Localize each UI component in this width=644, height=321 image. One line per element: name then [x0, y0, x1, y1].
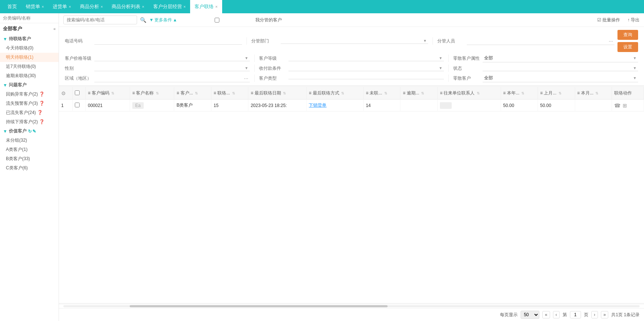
filter-payment: 收付款条件 ▼	[259, 65, 444, 72]
th-overdue: ≡ 逾期... ⇅	[400, 87, 438, 100]
phone-input[interactable]	[94, 38, 242, 45]
td-no: 1	[59, 100, 72, 111]
column-settings-icon[interactable]: ⚙	[61, 90, 66, 96]
value-edit-icon[interactable]: ✎	[32, 129, 36, 134]
nav-close-product-analysis[interactable]: ×	[101, 4, 103, 9]
my-customer-checkbox[interactable]: 我分管的客户	[180, 17, 282, 23]
contact-count-sort-icon: ⇅	[232, 91, 235, 95]
search-button[interactable]: 🔍	[140, 17, 146, 23]
export-btn[interactable]: ↑ 导出	[627, 17, 640, 23]
area-ellipsis-icon[interactable]: ···	[244, 75, 248, 81]
payment-select[interactable]: ▼	[288, 65, 444, 71]
sidebar-item-churned[interactable]: 已流失客户(24) ❓	[0, 108, 59, 117]
sidebar-item-overdue-contact[interactable]: 逾期未联络(30)	[0, 71, 59, 80]
td-this-month	[575, 100, 612, 111]
page-size-select[interactable]: 50 100 200	[521, 311, 539, 319]
th-last-month: ≡ 上月... ⇅	[538, 87, 575, 100]
status-select[interactable]: ▼	[483, 65, 638, 71]
sidebar-item-c-class[interactable]: C类客户(6)	[0, 163, 59, 173]
content-area: 🔍 ▼ 更多条件 ▲ 我分管的客户 ☑ 批量操作 ↑ 导出	[59, 13, 644, 321]
sidebar-search-area: 🔍	[0, 13, 59, 23]
td-type: B类客户	[174, 100, 211, 111]
select-all-checkbox[interactable]	[75, 90, 80, 95]
nav-product-analysis[interactable]: 商品分析 ×	[76, 0, 107, 13]
price-grade-select[interactable]: ▼	[94, 55, 250, 61]
nav-close-customer-segment[interactable]: ×	[183, 4, 186, 9]
nav-home[interactable]: 首页	[3, 0, 21, 13]
td-name: Ea	[130, 100, 174, 111]
retail-customer-arrow: ▼	[633, 76, 637, 80]
td-action: ☎ ⊞	[612, 100, 644, 111]
horizontal-scrollbar[interactable]	[59, 304, 644, 308]
td-no-contact: 14	[363, 100, 400, 111]
search-input[interactable]	[63, 15, 137, 24]
th-checkbox	[72, 87, 85, 100]
sidebar-item-ungrouped[interactable]: 未分组(32)	[0, 136, 59, 145]
nav-close-product-analysis-list[interactable]: ×	[142, 4, 144, 9]
sidebar-item-tomorrow-contact[interactable]: 明天待联络(1)	[0, 53, 59, 62]
customer-table: ⚙ ≡ 客户编码 ⇅ ≡ 客户名称 ⇅	[59, 87, 644, 111]
filter-gender: 性别 ▼	[65, 65, 250, 72]
td-last-way: 下销货单	[307, 100, 364, 111]
nav-product-analysis-list[interactable]: 商品分析列表 ×	[107, 0, 148, 13]
action-phone-icon[interactable]: ☎	[614, 103, 620, 108]
sidebar-search-input[interactable]	[3, 15, 58, 21]
manager-ellipsis-icon[interactable]: ···	[609, 38, 613, 44]
area-select[interactable]: ···	[94, 75, 250, 82]
sidebar-item-repurchase-abnormal[interactable]: 回购异常客户(2) ❓	[0, 90, 59, 99]
customer-grade-select[interactable]: ▼	[288, 55, 444, 61]
last-page-button[interactable]: »	[601, 311, 609, 318]
filter-area: 区域（地区） ···	[65, 75, 250, 82]
sidebar-item-7day-contact[interactable]: 近7天待联络(0)	[0, 62, 59, 71]
customer-type-select[interactable]	[288, 77, 444, 79]
filter-price-grade: 客户价格等级 ▼	[65, 55, 250, 62]
dept-select[interactable]: ▼	[281, 38, 428, 44]
scroll-thumb[interactable]	[130, 305, 388, 307]
page-number-input[interactable]	[570, 311, 581, 318]
gender-select[interactable]: ▼	[94, 65, 250, 71]
first-page-button[interactable]: «	[542, 311, 550, 318]
th-last-date: ≡ 最后联络日期 ⇅	[248, 87, 307, 100]
value-refresh-icon[interactable]: ↻	[28, 129, 32, 134]
td-overdue	[400, 100, 438, 111]
sidebar-item-churn-warning[interactable]: 流失预警客户(3) ❓	[0, 99, 59, 108]
td-last-month: 50.00	[538, 100, 575, 111]
filter-action-buttons: 查询 设置	[617, 30, 638, 52]
th-gear: ⚙	[59, 87, 72, 100]
retail-customer-select[interactable]: 全部 ▼	[483, 74, 638, 82]
set-button[interactable]: 设置	[617, 42, 638, 52]
nav-customer-segment[interactable]: 客户分层经营 ×	[149, 0, 190, 13]
sidebar-item-b-class[interactable]: B类客户(33)	[0, 154, 59, 163]
batch-op-btn[interactable]: ☑ 批量操作	[597, 17, 620, 23]
retail-attr-select[interactable]: 全部 ▼	[483, 54, 638, 62]
action-grid-icon[interactable]: ⊞	[623, 103, 627, 108]
nav-sales-order[interactable]: 销货单 ×	[21, 0, 48, 13]
row-checkbox[interactable]	[75, 103, 80, 107]
filter-row-4: 区域（地区） ··· 客户类型 零散客户	[65, 74, 638, 82]
sidebar-item-today-contact[interactable]: 今天待联络(0)	[0, 44, 59, 53]
manager-select[interactable]: ···	[467, 37, 615, 45]
more-filter-btn[interactable]: ▼ 更多条件 ▲	[149, 17, 177, 23]
nav-purchase-order[interactable]: 进货单 ×	[48, 0, 75, 13]
nav-close-sales-order[interactable]: ×	[42, 4, 44, 9]
sidebar-item-declining[interactable]: 持续下滑客户(2) ❓	[0, 117, 59, 127]
my-customer-check[interactable]	[180, 18, 254, 23]
customer-grade-arrow: ▼	[439, 56, 442, 60]
nav-close-customer-contact[interactable]: ×	[215, 4, 217, 9]
last-date-sort-icon: ⇅	[283, 91, 286, 95]
sidebar-item-a-class[interactable]: A类客户(1)	[0, 145, 59, 154]
sidebar-all-customers[interactable]: 全部客户 «	[0, 23, 59, 34]
last-way-link[interactable]: 下销货单	[309, 103, 326, 108]
nav-close-purchase-order[interactable]: ×	[69, 4, 71, 9]
th-this-month: ≡ 本月... ⇅	[575, 87, 612, 100]
prev-page-button[interactable]: ‹	[553, 311, 560, 318]
chevron-up-icon: ▲	[173, 17, 177, 23]
sidebar-group-value: ▼ 价值客户 ↻ ✎	[0, 127, 59, 136]
type-sort-icon: ⇅	[195, 91, 198, 95]
code-sort-icon: ⇅	[111, 91, 114, 95]
query-button[interactable]: 查询	[617, 30, 638, 40]
next-page-button[interactable]: ›	[591, 311, 598, 318]
search-bar: 🔍 ▼ 更多条件 ▲ 我分管的客户 ☑ 批量操作 ↑ 导出	[59, 13, 644, 27]
table-row: 1 000021 Ea B类客户	[59, 100, 644, 111]
nav-customer-contact[interactable]: 客户联络 ×	[190, 0, 222, 13]
